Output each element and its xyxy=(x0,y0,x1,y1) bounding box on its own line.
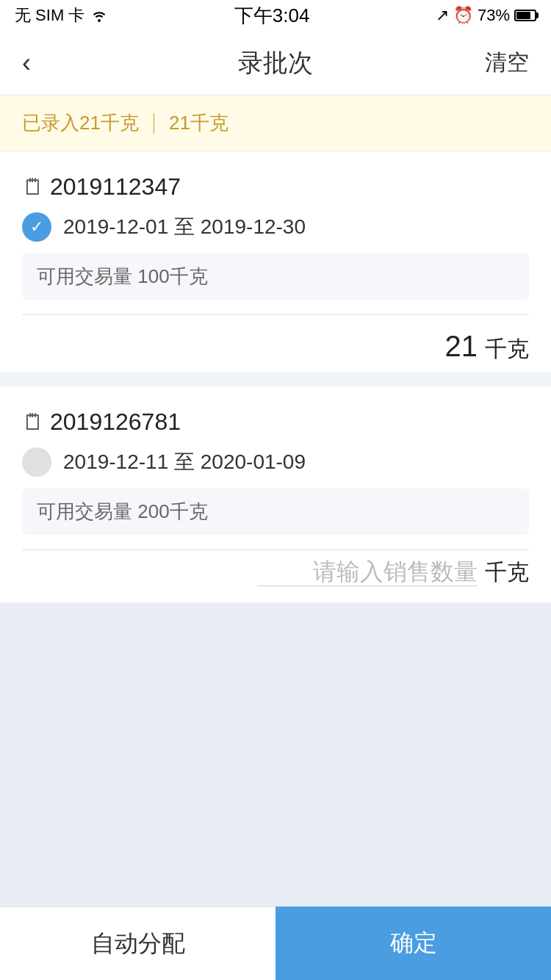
battery-icon xyxy=(514,10,536,21)
nav-bar: ‹ 录批次 清空 xyxy=(0,31,551,96)
banner-divider xyxy=(154,113,154,134)
checkmark-icon: ✓ xyxy=(30,217,43,237)
section-gap-1 xyxy=(0,372,551,386)
batch1-quantity-unit: 千克 xyxy=(485,334,529,364)
batch2-header: 🗒 2019126781 xyxy=(22,408,529,436)
batch1-quantity-value: 21 xyxy=(445,330,478,363)
batch1-icon: 🗒 xyxy=(22,175,44,200)
batch1-date-row: ✓ 2019-12-01 至 2019-12-30 xyxy=(22,212,529,242)
status-right: ↗ ⏰ 73% xyxy=(436,6,536,25)
batch2-unit: 千克 xyxy=(485,558,529,588)
batch2-date: 2019-12-11 至 2020-01-09 xyxy=(63,448,306,476)
info-banner: 已录入21千克 21千克 xyxy=(0,96,551,151)
batch2-icon: 🗒 xyxy=(22,410,44,435)
batch1-radio[interactable]: ✓ xyxy=(22,212,51,242)
empty-area xyxy=(0,602,551,955)
location-icon: ↗ xyxy=(436,6,449,25)
clear-button[interactable]: 清空 xyxy=(485,48,529,78)
recorded-label: 已录入21千克 xyxy=(22,110,139,136)
batch1-quantity-row: 21 千克 xyxy=(22,315,529,372)
page-title: 录批次 xyxy=(238,46,313,80)
status-bar: 无 SIM 卡 下午3:04 ↗ ⏰ 73% xyxy=(0,0,551,31)
batch1-id: 2019112347 xyxy=(50,173,181,201)
auto-distribute-button[interactable]: 自动分配 xyxy=(0,907,276,980)
status-left: 无 SIM 卡 xyxy=(15,4,108,26)
batch2-id: 2019126781 xyxy=(50,408,181,436)
batch1-header: 🗒 2019112347 xyxy=(22,173,529,201)
batch2-quantity-row: 千克 xyxy=(22,550,529,602)
battery-percent: 73% xyxy=(478,6,510,25)
wifi-icon xyxy=(90,9,108,22)
batch2-avail: 可用交易量 200千克 xyxy=(22,489,529,535)
back-button[interactable]: ‹ xyxy=(22,48,66,79)
status-time: 下午3:04 xyxy=(234,3,310,29)
batch2-card: 🗒 2019126781 2019-12-11 至 2020-01-09 可用交… xyxy=(0,386,551,602)
batch1-avail: 可用交易量 100千克 xyxy=(22,253,529,300)
confirm-button[interactable]: 确定 xyxy=(276,907,551,980)
batch1-date: 2019-12-01 至 2019-12-30 xyxy=(63,213,306,241)
carrier-text: 无 SIM 卡 xyxy=(15,4,84,26)
bottom-buttons: 自动分配 确定 xyxy=(0,907,551,980)
batch2-date-row: 2019-12-11 至 2020-01-09 xyxy=(22,447,529,477)
batch2-radio[interactable] xyxy=(22,447,51,477)
recorded-value: 21千克 xyxy=(169,110,228,136)
batch1-card: 🗒 2019112347 ✓ 2019-12-01 至 2019-12-30 可… xyxy=(0,151,551,372)
batch2-quantity-input[interactable] xyxy=(257,558,478,586)
alarm-icon: ⏰ xyxy=(453,6,473,25)
